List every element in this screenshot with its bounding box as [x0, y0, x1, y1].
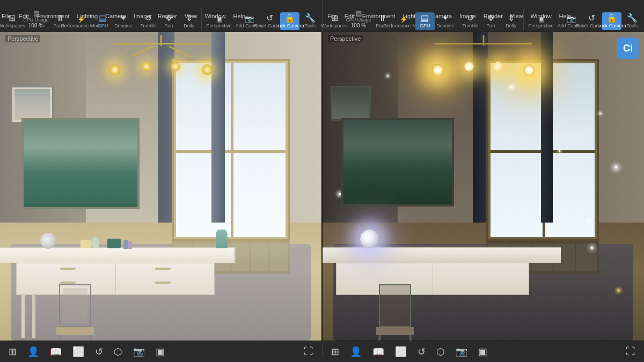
bottom-toolbar-left: ⊞ 👤 📖 ⬜ ↺ ⬡ 📷 ▣ ⛶ [0, 341, 322, 362]
workspaces-button-right[interactable]: ⊞ Workspaces [325, 12, 344, 30]
cpu-usage-right: ▤ CPU Usage 100 % [345, 9, 372, 30]
tumble-icon-left: ↺ [145, 14, 152, 23]
workspaces-button-left[interactable]: ⊞ Workspaces [2, 12, 21, 30]
workspaces-icon-right: ⊞ [331, 14, 338, 23]
gpu-button-left[interactable]: ▤ GPU [93, 12, 113, 30]
add-cam-icon-left: 📷 [245, 15, 254, 23]
cpu-icon-left: ▤ [33, 10, 39, 17]
bottom-user-left[interactable]: 👤 [24, 345, 42, 359]
bottom-camera-left[interactable]: 📷 [130, 345, 148, 359]
pan-button-right[interactable]: ✥ Pan [481, 12, 500, 30]
bottom-fullscreen-right[interactable]: ⛶ [623, 345, 639, 358]
tools-button-right[interactable]: 🔧 Tools [623, 12, 642, 30]
bottom-camera-right[interactable]: 📷 [452, 345, 471, 359]
bottom-square-left[interactable]: ▣ [152, 345, 168, 359]
bottom-fullscreen-left[interactable]: ⛶ [301, 345, 317, 358]
lock-camera-button-left[interactable]: 🔒 Lock Camera [280, 12, 299, 30]
bottom-book-left[interactable]: 📖 [47, 345, 65, 359]
dolly-button-left[interactable]: ⇕ Dolly [179, 12, 199, 30]
bottom-book-right[interactable]: 📖 [369, 345, 387, 359]
tumble-button-left[interactable]: ↺ Tumble [138, 12, 158, 30]
dolly-button-right[interactable]: ⇕ Dolly [501, 12, 521, 30]
workspaces-icon-left: ⊞ [9, 14, 16, 23]
perspective-button-left[interactable]: ▣ Perspective [204, 14, 234, 30]
pan-icon-right: ✥ [487, 14, 494, 23]
perspective-button-right[interactable]: ▣ Perspective [526, 14, 556, 30]
reset-cam-icon-right: ↺ [588, 14, 595, 23]
bottom-layout-right[interactable]: ⬜ [392, 345, 410, 359]
lock-cam-icon-left: 🔒 [284, 14, 295, 23]
perspective-icon-right: ▣ [538, 16, 544, 23]
dolly-icon-right: ⇕ [508, 14, 515, 23]
cpu-usage-left: ▤ CPU Usage 100 % [23, 9, 49, 30]
pause-icon-right: ⏸ [378, 14, 387, 23]
bottom-hex-right[interactable]: ⬡ [433, 345, 448, 359]
pan-button-left[interactable]: ✥ Pan [159, 12, 178, 30]
perf-icon-left: ⚡ [77, 16, 85, 23]
denoise-icon-right: ✦ [442, 14, 449, 23]
cpu-value-left: 100 % [28, 23, 43, 28]
cpu-value-right: 100 % [351, 23, 366, 28]
gpu-icon-left: ▤ [99, 14, 107, 23]
perf-mode-button-right[interactable]: ⚡ Performance Mode [393, 14, 414, 30]
cpu-icon-right: ▤ [356, 10, 362, 17]
tumble-icon-right: ↺ [467, 14, 474, 23]
denoise-button-left[interactable]: ✦ Denoise [114, 12, 133, 30]
bottom-workspaces-right[interactable]: ⊞ [328, 345, 342, 359]
viewport-left[interactable]: Perspective [0, 32, 323, 341]
viewports-container: Perspective [0, 32, 644, 341]
ci-badge: Ci [617, 38, 639, 59]
lock-camera-button-right[interactable]: 🔒 Lock Camera [602, 12, 621, 30]
bottom-layout-left[interactable]: ⬜ [69, 345, 87, 359]
gpu-icon-right: ▤ [421, 14, 429, 23]
tumble-button-right[interactable]: ↺ Tumble [460, 12, 480, 30]
perf-mode-button-left[interactable]: ⚡ Performance Mode [71, 14, 92, 30]
reset-cam-icon-left: ↺ [266, 14, 273, 23]
denoise-button-right[interactable]: ✦ Denoise [436, 12, 455, 30]
lock-cam-icon-right: 🔒 [606, 14, 617, 23]
viewport-left-label: Perspective [5, 35, 40, 42]
bottom-toolbar-right: ⊞ 👤 📖 ⬜ ↺ ⬡ 📷 ▣ ⛶ [323, 341, 645, 362]
bottom-workspaces-left[interactable]: ⊞ [5, 345, 20, 359]
pause-icon-left: ⏸ [56, 14, 64, 23]
tools-icon-right: 🔧 [627, 14, 638, 23]
add-cam-icon-right: 📷 [567, 15, 576, 23]
tools-icon-left: 🔧 [305, 14, 316, 23]
dolly-icon-left: ⇕ [186, 14, 193, 23]
gpu-button-right[interactable]: ▤ GPU [415, 12, 435, 30]
bottom-rotate-right[interactable]: ↺ [414, 345, 429, 359]
pan-icon-left: ✥ [165, 14, 172, 23]
bottom-hex-left[interactable]: ⬡ [111, 345, 126, 359]
perf-icon-right: ⚡ [400, 16, 408, 23]
bottom-rotate-left[interactable]: ↺ [92, 345, 106, 359]
viewport-right[interactable]: Ci Perspective [323, 32, 644, 341]
bottom-user-right[interactable]: 👤 [347, 345, 365, 359]
tools-button-left[interactable]: 🔧 Tools [301, 12, 320, 30]
denoise-icon-left: ✦ [120, 14, 127, 23]
perspective-icon-left: ▣ [216, 16, 222, 23]
viewport-right-label: Perspective [328, 35, 363, 42]
bottom-square-right[interactable]: ▣ [475, 345, 491, 359]
